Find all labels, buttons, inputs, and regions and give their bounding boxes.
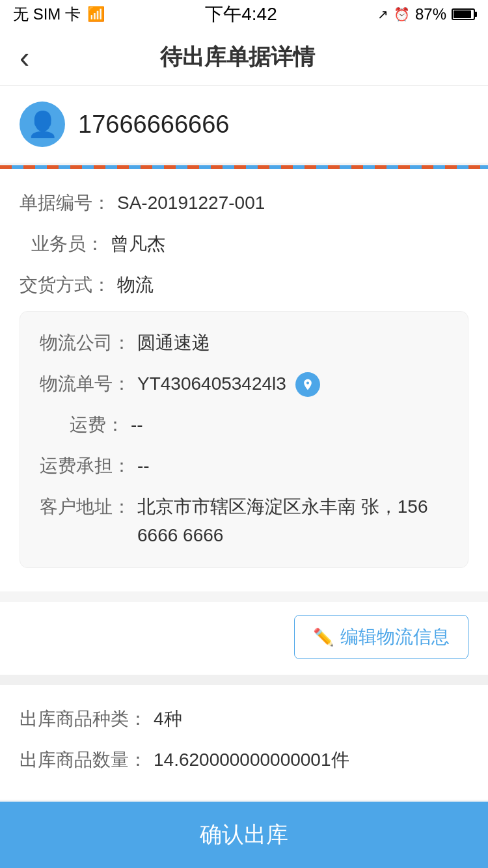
tracking-label: 物流单号： (40, 370, 137, 399)
back-button[interactable]: ‹ (20, 40, 29, 75)
delivery-label: 交货方式： (20, 271, 117, 300)
agent-value: 曾凡杰 (111, 230, 468, 259)
customer-phone: 17666666666 (78, 111, 229, 139)
status-time: 下午4:42 (205, 2, 277, 27)
goods-quantity-value: 14.620000000000001件 (154, 746, 468, 775)
document-info-section: 单据编号： SA-20191227-001 业务员： 曾凡杰 交货方式： 物流 … (0, 169, 488, 591)
freight-label: 运费： (40, 411, 131, 440)
freight-bearer-row: 运费承担： -- (40, 452, 448, 481)
carrier-text: 无 SIM 卡 (13, 4, 81, 25)
section-separator (0, 675, 488, 685)
address-label: 客户地址： (40, 493, 137, 522)
edit-logistics-button[interactable]: ✏️ 编辑物流信息 (294, 615, 468, 659)
logistics-company-row: 物流公司： 圆通速递 (40, 329, 448, 358)
confirm-btn-container: 确认出库 (0, 802, 488, 868)
tracking-row: 物流单号： YT43064053424l3 (40, 370, 448, 399)
agent-row: 业务员： 曾凡杰 (20, 230, 468, 259)
goods-types-value: 4种 (154, 705, 468, 734)
customer-header: 👤 17666666666 (0, 86, 488, 163)
status-left: 无 SIM 卡 📶 (13, 4, 105, 25)
freight-row: 运费： -- (40, 411, 448, 440)
document-number-value: SA-20191227-001 (117, 189, 468, 218)
battery-percent: 87% (415, 5, 446, 23)
alarm-icon: ⏰ (394, 7, 410, 22)
location-status-icon: ↗ (377, 7, 388, 22)
goods-quantity-label: 出库商品数量： (20, 746, 154, 775)
edit-icon: ✏️ (313, 627, 334, 647)
agent-label: 业务员： (20, 230, 111, 259)
delivery-row: 交货方式： 物流 (20, 271, 468, 300)
goods-section: 出库商品种类： 4种 出库商品数量： 14.620000000000001件 (0, 685, 488, 800)
document-number-label: 单据编号： (20, 189, 117, 218)
confirm-outbound-button[interactable]: 确认出库 (0, 820, 488, 850)
battery-box (452, 8, 475, 20)
tracking-value-container: YT43064053424l3 (137, 370, 448, 399)
goods-quantity-row: 出库商品数量： 14.620000000000001件 (20, 746, 468, 775)
edit-btn-row: ✏️ 编辑物流信息 (0, 602, 488, 675)
status-bar: 无 SIM 卡 📶 下午4:42 ↗ ⏰ 87% (0, 0, 488, 29)
freight-value: -- (131, 411, 448, 440)
tracking-location-icon[interactable] (295, 372, 320, 397)
avatar: 👤 (20, 102, 65, 147)
logistics-company-label: 物流公司： (40, 329, 137, 358)
logistics-company-value: 圆通速递 (137, 329, 448, 358)
goods-types-label: 出库商品种类： (20, 705, 154, 734)
edit-btn-label: 编辑物流信息 (340, 625, 450, 649)
delivery-value: 物流 (117, 271, 468, 300)
freight-bearer-value: -- (137, 452, 448, 481)
address-row: 客户地址： 北京市市辖区海淀区永丰南 张，156 6666 6666 (40, 493, 448, 551)
user-icon: 👤 (27, 110, 58, 139)
tracking-number: YT43064053424l3 (137, 370, 286, 399)
page-title: 待出库单据详情 (49, 42, 426, 72)
document-number-row: 单据编号： SA-20191227-001 (20, 189, 468, 218)
status-right: ↗ ⏰ 87% (377, 5, 475, 23)
logistics-card: 物流公司： 圆通速递 物流单号： YT43064053424l3 运费： -- (20, 311, 468, 568)
freight-bearer-label: 运费承担： (40, 452, 137, 481)
wifi-icon: 📶 (87, 6, 105, 23)
nav-bar: ‹ 待出库单据详情 (0, 29, 488, 86)
address-value: 北京市市辖区海淀区永丰南 张，156 6666 6666 (137, 493, 448, 551)
goods-types-row: 出库商品种类： 4种 (20, 705, 468, 734)
